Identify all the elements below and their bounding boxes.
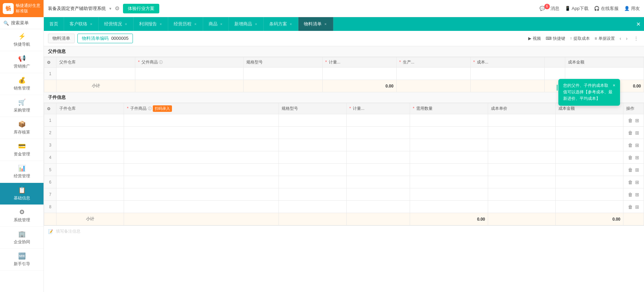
user-avatar[interactable]: 👤 用友 (624, 5, 640, 12)
tab-customer[interactable]: 客户联络 × (64, 17, 99, 31)
child-row-5-quantity[interactable] (410, 164, 488, 176)
child-row-3-unit-cost[interactable] (488, 139, 556, 151)
message-button[interactable]: 💬 6 消息 (540, 5, 559, 12)
table-row[interactable]: 8 🗑 ⊞ (44, 201, 644, 213)
child-row-2-unit[interactable] (346, 127, 410, 139)
child-row-3-cost-amount[interactable] (556, 139, 623, 151)
child-row-3-spec[interactable] (279, 139, 346, 151)
tab-profit-close-icon[interactable]: × (159, 22, 162, 26)
copy-row-1-icon[interactable]: ⊞ (634, 117, 640, 124)
tab-bom-close-icon[interactable]: × (324, 22, 327, 26)
copy-row-6-icon[interactable]: ⊞ (634, 179, 640, 186)
sidebar-item-basic-info[interactable]: 📋 基础信息 (0, 183, 44, 205)
child-row-1-quantity[interactable] (410, 114, 488, 127)
experience-button[interactable]: 体验行业方案 (123, 4, 159, 13)
nav-next-icon[interactable]: › (626, 36, 628, 41)
copy-row-3-icon[interactable]: ⊞ (634, 142, 640, 149)
table-row[interactable]: 5 🗑 ⊞ (44, 164, 644, 176)
child-row-4-warehouse[interactable] (57, 151, 124, 164)
child-row-6-goods[interactable] (124, 176, 279, 188)
delete-row-7-icon[interactable]: 🗑 (627, 191, 633, 198)
tab-ops-history[interactable]: 经营历程 × (168, 17, 203, 31)
child-row-5-spec[interactable] (279, 164, 346, 176)
close-all-tabs-icon[interactable]: ✕ (633, 21, 644, 27)
parent-row-1-spec[interactable] (244, 68, 322, 80)
child-row-1-warehouse[interactable] (57, 114, 124, 127)
child-row-7-quantity[interactable] (410, 188, 488, 201)
delete-row-2-icon[interactable]: 🗑 (627, 129, 633, 136)
child-row-4-goods[interactable] (124, 151, 279, 164)
child-row-6-quantity[interactable] (410, 176, 488, 188)
parent-goods-info-icon[interactable]: ⓘ (159, 60, 163, 64)
tab-ops-history-close-icon[interactable]: × (194, 22, 197, 26)
child-row-6-unit[interactable] (346, 176, 410, 188)
child-col-gear[interactable]: ⚙ (44, 103, 57, 114)
child-row-5-goods[interactable] (124, 164, 279, 176)
delete-row-8-icon[interactable]: 🗑 (627, 203, 633, 210)
copy-row-4-icon[interactable]: ⊞ (634, 154, 640, 161)
table-row[interactable]: 1 (44, 68, 644, 80)
sidebar-item-quick-nav[interactable]: ⚡ 快捷导航 (0, 29, 44, 51)
child-row-2-unit-cost[interactable] (488, 127, 556, 139)
tab-goods[interactable]: 商品 × (203, 17, 229, 31)
child-row-6-cost-amount[interactable] (556, 176, 623, 188)
child-row-8-cost-amount[interactable] (556, 201, 623, 213)
tab-barcode[interactable]: 条码方案 × (264, 17, 298, 31)
content-tab-bom-list[interactable]: 物料清单 (48, 34, 75, 43)
delete-row-4-icon[interactable]: 🗑 (627, 154, 633, 161)
table-row[interactable]: 7 🗑 ⊞ (44, 188, 644, 201)
child-row-4-unit[interactable] (346, 151, 410, 164)
child-row-2-quantity[interactable] (410, 127, 488, 139)
table-row[interactable]: 3 🗑 ⊞ (44, 139, 644, 151)
child-row-5-unit[interactable] (346, 164, 410, 176)
child-row-5-unit-cost[interactable] (488, 164, 556, 176)
child-row-1-unit[interactable] (346, 114, 410, 127)
child-row-1-goods[interactable] (124, 114, 279, 127)
child-row-2-spec[interactable] (279, 127, 346, 139)
child-row-8-quantity[interactable] (410, 201, 488, 213)
sidebar-item-finance[interactable]: 💳 资金管理 (0, 139, 44, 161)
sidebar-item-inventory[interactable]: 📦 库存核算 (0, 117, 44, 139)
scan-input-button[interactable]: 扫码录入 (153, 105, 172, 112)
toolbar-shortcut[interactable]: ⌨ 快捷键 (546, 36, 565, 42)
child-row-6-unit-cost[interactable] (488, 176, 556, 188)
tooltip-close-button[interactable]: × (613, 82, 615, 89)
toolbar-video[interactable]: ▶ 视频 (528, 36, 541, 42)
child-row-3-warehouse[interactable] (57, 139, 124, 151)
child-row-8-unit-cost[interactable] (488, 201, 556, 213)
child-row-2-cost-amount[interactable] (556, 127, 623, 139)
toolbar-extract-cost[interactable]: ↑ 提取成本 (570, 36, 590, 42)
child-row-3-goods[interactable] (124, 139, 279, 151)
tab-home[interactable]: 首页 (44, 17, 64, 31)
sidebar-item-enterprise[interactable]: 🏢 企业协同 (0, 227, 44, 249)
child-row-2-goods[interactable] (124, 127, 279, 139)
table-row[interactable]: 6 🗑 ⊞ (44, 176, 644, 188)
parent-row-1-warehouse[interactable] (57, 68, 135, 80)
child-row-4-quantity[interactable] (410, 151, 488, 164)
app-download-button[interactable]: 📱 App下载 (565, 5, 589, 12)
parent-row-1-cost[interactable] (470, 68, 544, 80)
child-row-5-warehouse[interactable] (57, 164, 124, 176)
tab-goods-close-icon[interactable]: × (220, 22, 223, 26)
sidebar-item-marketing[interactable]: 📢 营销推广 (0, 51, 44, 73)
child-row-7-unit-cost[interactable] (488, 188, 556, 201)
child-row-2-warehouse[interactable] (57, 127, 124, 139)
settings-gear-icon[interactable]: ⚙ (115, 5, 120, 12)
sidebar-item-operations[interactable]: 📊 经营管理 (0, 161, 44, 183)
child-row-5-cost-amount[interactable] (556, 164, 623, 176)
parent-row-1-cost-amount[interactable] (565, 68, 644, 80)
delete-row-6-icon[interactable]: 🗑 (627, 179, 633, 186)
sidebar-item-purchase[interactable]: 🛒 采购管理 (0, 95, 44, 117)
tab-operations-status[interactable]: 经营情况 × (99, 17, 133, 31)
table-row[interactable]: 4 🗑 ⊞ (44, 151, 644, 164)
tab-new-goods-close-icon[interactable]: × (254, 22, 258, 26)
tab-ops-status-close-icon[interactable]: × (124, 22, 127, 26)
child-row-8-spec[interactable] (279, 201, 346, 213)
copy-row-7-icon[interactable]: ⊞ (634, 191, 640, 198)
tab-profit-report[interactable]: 利润报告 × (134, 17, 168, 31)
sidebar-item-system[interactable]: ⚙ 系统管理 (0, 205, 44, 227)
content-tab-bom-code[interactable]: 物料清单编码 0000005 (77, 34, 133, 43)
sidebar-item-sales[interactable]: 💰 销售管理 (0, 73, 44, 95)
delete-row-1-icon[interactable]: 🗑 (627, 117, 633, 124)
copy-row-2-icon[interactable]: ⊞ (634, 129, 640, 136)
